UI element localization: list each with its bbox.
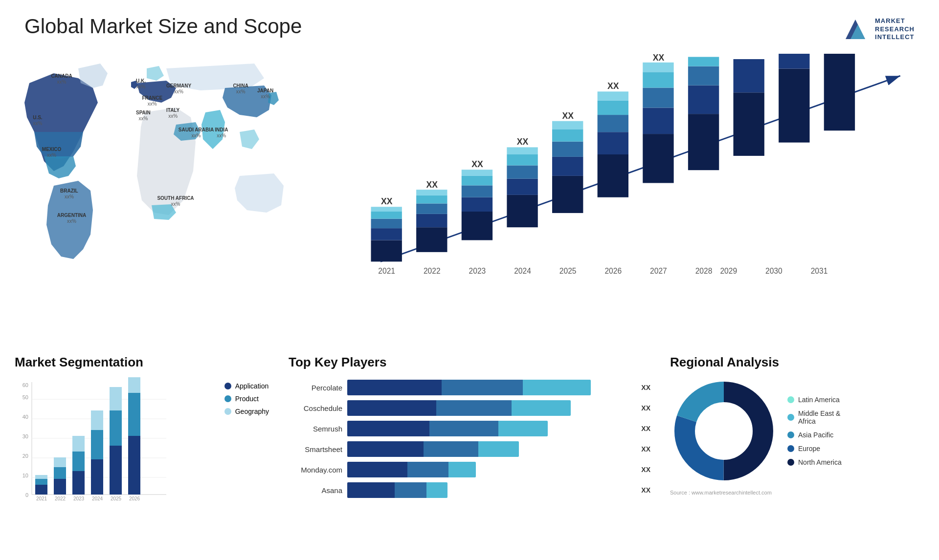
svg-text:XX: XX xyxy=(653,54,665,63)
svg-text:0: 0 xyxy=(25,492,28,498)
svg-text:XX: XX xyxy=(471,159,483,169)
kp-list: Percolate XX Coschedule xyxy=(289,380,650,498)
svg-rect-90 xyxy=(72,452,85,471)
page-title: Global Market Size and Scope xyxy=(24,15,302,38)
map-label-germany: GERMANYxx% xyxy=(166,83,191,95)
svg-text:2026: 2026 xyxy=(604,267,622,275)
regional-title: Regional Analysis xyxy=(670,355,924,370)
europe-dot xyxy=(787,445,794,452)
legend-north-america: North America xyxy=(787,458,842,466)
asia-pacific-label: Asia Pacific xyxy=(798,431,833,439)
svg-rect-99 xyxy=(110,387,122,410)
seg-content: 0 10 20 30 40 50 60 xyxy=(15,377,269,524)
application-label: Application xyxy=(235,382,269,390)
svg-rect-83 xyxy=(35,475,47,479)
svg-text:2024: 2024 xyxy=(92,496,103,501)
svg-rect-6 xyxy=(371,219,402,229)
svg-text:2024: 2024 xyxy=(514,267,531,275)
svg-rect-18 xyxy=(462,212,492,240)
svg-text:2028: 2028 xyxy=(695,267,713,275)
svg-rect-91 xyxy=(72,436,85,452)
svg-text:2027: 2027 xyxy=(650,267,667,275)
svg-rect-97 xyxy=(110,446,122,495)
kp-xx-asana: XX xyxy=(641,486,650,494)
svg-rect-8 xyxy=(371,207,402,212)
svg-rect-41 xyxy=(598,115,628,132)
seg-legend: Application Product Geography xyxy=(224,382,269,415)
svg-rect-47 xyxy=(643,108,673,134)
svg-rect-7 xyxy=(371,212,402,219)
svg-rect-65 xyxy=(779,54,809,69)
svg-rect-86 xyxy=(54,467,66,479)
svg-text:30: 30 xyxy=(22,433,28,439)
svg-text:2022: 2022 xyxy=(55,496,66,501)
svg-text:2026: 2026 xyxy=(129,496,140,501)
svg-text:50: 50 xyxy=(22,394,28,400)
svg-rect-94 xyxy=(91,430,103,459)
kp-bar-coschedule xyxy=(347,400,633,416)
mea-dot xyxy=(787,414,794,421)
kp-bar-percolate xyxy=(347,380,633,395)
regional-section: Regional Analysis xyxy=(670,355,924,550)
kp-bar-semrush xyxy=(347,421,633,436)
svg-text:2022: 2022 xyxy=(424,267,441,275)
kp-label-semrush: Semrush xyxy=(289,425,342,433)
map-label-china: CHINAxx% xyxy=(233,83,248,95)
svg-text:2025: 2025 xyxy=(111,496,122,501)
svg-text:2025: 2025 xyxy=(559,267,577,275)
legend-mea: Middle East &Africa xyxy=(787,409,842,425)
kp-bar-smartsheet xyxy=(347,441,633,457)
map-label-saudiarabia: SAUDI ARABIAxx% xyxy=(179,127,214,139)
kp-row-coschedule: Coschedule XX xyxy=(289,400,650,416)
asia-pacific-dot xyxy=(787,431,794,438)
svg-rect-21 xyxy=(462,176,492,186)
regional-legend: Latin America Middle East &Africa Asia P… xyxy=(787,396,842,466)
svg-rect-43 xyxy=(598,91,628,101)
latin-america-dot xyxy=(787,396,794,403)
svg-rect-64 xyxy=(779,69,809,143)
seg-chart: 0 10 20 30 40 50 60 xyxy=(15,377,217,524)
svg-rect-26 xyxy=(507,179,537,195)
svg-rect-98 xyxy=(110,410,122,446)
svg-rect-34 xyxy=(552,142,583,157)
svg-rect-46 xyxy=(643,134,673,183)
svg-rect-95 xyxy=(91,410,103,430)
svg-rect-48 xyxy=(643,88,673,108)
legend-europe: Europe xyxy=(787,445,842,452)
svg-rect-93 xyxy=(91,459,103,495)
geography-label: Geography xyxy=(235,408,269,415)
svg-line-2 xyxy=(380,76,900,261)
svg-rect-87 xyxy=(54,457,66,467)
svg-rect-101 xyxy=(128,436,140,495)
svg-text:XX: XX xyxy=(607,81,619,91)
legend-asia-pacific: Asia Pacific xyxy=(787,431,842,439)
svg-rect-4 xyxy=(371,240,402,262)
north-america-label: North America xyxy=(798,458,842,466)
svg-text:20: 20 xyxy=(22,453,28,459)
map-label-spain: SPAINxx% xyxy=(136,110,151,122)
svg-rect-62 xyxy=(734,92,764,156)
kp-label-asana: Asana xyxy=(289,486,342,495)
svg-rect-56 xyxy=(688,54,719,66)
svg-rect-5 xyxy=(371,228,402,240)
kp-xx-percolate: XX xyxy=(641,384,650,391)
svg-rect-89 xyxy=(72,471,85,495)
svg-text:2023: 2023 xyxy=(73,496,85,501)
map-label-mexico: MEXICOxx% xyxy=(42,147,61,158)
svg-rect-12 xyxy=(416,214,447,227)
svg-rect-20 xyxy=(462,185,492,197)
map-label-france: FRANCExx% xyxy=(142,95,162,107)
logo-icon xyxy=(841,15,870,44)
donut-chart xyxy=(670,377,778,485)
map-label-us: U.S.xx% xyxy=(33,115,42,127)
svg-rect-40 xyxy=(598,132,628,154)
svg-rect-39 xyxy=(598,154,628,197)
svg-text:2030: 2030 xyxy=(765,267,782,275)
latin-america-label: Latin America xyxy=(798,396,840,404)
kp-xx-coschedule: XX xyxy=(641,404,650,412)
kp-xx-monday: XX xyxy=(641,466,650,474)
map-label-canada: CANADAxx% xyxy=(51,73,72,85)
seg-legend-product: Product xyxy=(224,395,269,403)
seg-legend-application: Application xyxy=(224,382,269,390)
kp-xx-smartsheet: XX xyxy=(641,445,650,453)
